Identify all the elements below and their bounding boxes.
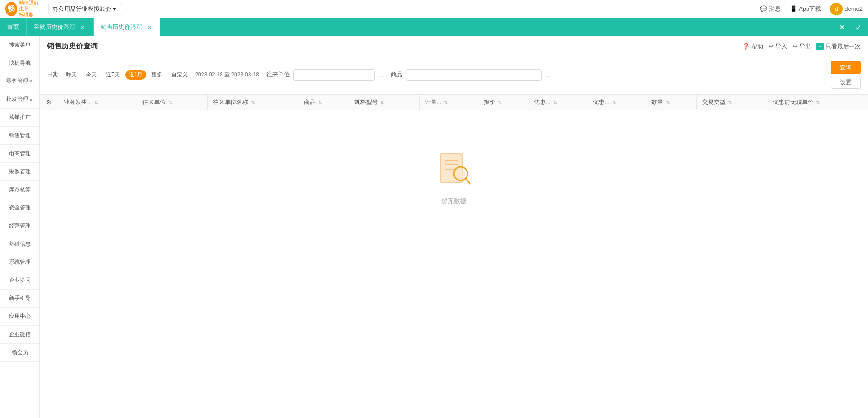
- page-title: 销售历史价查询: [47, 42, 98, 51]
- sidebar-label-inventory: 库存核算: [9, 186, 31, 194]
- sort-unit-icon: ⇅: [444, 100, 448, 105]
- tab-bar-actions: ✕ ⤢: [835, 21, 868, 33]
- sidebar-label-ecommerce: 电商管理: [9, 150, 31, 157]
- sidebar-item-retail-mgmt[interactable]: 零售管理 ▼: [0, 72, 39, 90]
- sidebar-item-marketing[interactable]: 营销推广: [0, 109, 39, 127]
- col-pre-discount-price[interactable]: 优惠前无税单价 ⇅: [767, 95, 868, 110]
- goods-input[interactable]: [406, 69, 542, 81]
- account-dropdown[interactable]: 办公用品行业模拟账套 ▾: [48, 3, 122, 15]
- col-spec[interactable]: 规格型号 ⇅: [349, 95, 419, 110]
- sort-trade-type-icon: ⇅: [728, 100, 731, 105]
- table-header-row: ⚙ 业务发生... ⇅ 往来单位 ⇅ 往来单位名称 ⇅: [40, 95, 868, 110]
- checkbox-icon: ✓: [816, 43, 824, 50]
- sidebar-item-operations[interactable]: 经营管理: [0, 217, 39, 235]
- date-option-1month[interactable]: 近1月: [125, 70, 146, 80]
- message-icon: 💬: [760, 5, 767, 12]
- col-discount1[interactable]: 优惠... ⇅: [528, 95, 587, 110]
- sidebar-item-purchase-mgmt[interactable]: 采购管理: [0, 163, 39, 181]
- date-option-yesterday[interactable]: 昨天: [62, 70, 80, 80]
- query-button[interactable]: 查询: [831, 61, 861, 74]
- table-container: ⚙ 业务发生... ⇅ 往来单位 ⇅ 往来单位名称 ⇅: [40, 95, 868, 418]
- user-avatar-btn[interactable]: d demo2: [830, 3, 863, 15]
- svg-line-5: [465, 178, 470, 184]
- empty-state: 暂无数据: [40, 110, 868, 242]
- sidebar-label-new-guide: 新手引导: [9, 294, 31, 302]
- import-btn[interactable]: ↩ 导入: [769, 43, 787, 51]
- sidebar-label-enterprise-collab: 企业协同: [9, 276, 31, 284]
- col-quote[interactable]: 报价 ⇅: [478, 95, 528, 110]
- sidebar-item-finance[interactable]: 资金管理: [0, 199, 39, 217]
- sidebar-label-search-menu: 搜索菜单: [9, 41, 31, 49]
- date-option-today[interactable]: 今天: [82, 70, 100, 80]
- sort-discount2-icon: ⇅: [612, 100, 616, 105]
- retail-mgmt-arrow-icon: ▼: [29, 79, 33, 84]
- export-btn[interactable]: ↪ 导出: [793, 43, 811, 51]
- counterparty-label: 往来单位: [266, 71, 290, 79]
- col-settings[interactable]: ⚙: [40, 95, 58, 110]
- sidebar-item-quick-nav[interactable]: 快捷导航: [0, 54, 39, 72]
- sidebar-item-enterprise-wechat[interactable]: 企业微信: [0, 326, 39, 344]
- sidebar-item-sales-mgmt[interactable]: 销售管理: [0, 127, 39, 145]
- filter-actions: 查询 设置: [831, 61, 861, 89]
- logo: 畅 畅捷通好生意 标准版: [5, 0, 44, 18]
- sidebar-item-wholesale-mgmt[interactable]: 批发管理 ▲: [0, 90, 39, 109]
- counterparty-dots[interactable]: ...: [378, 71, 383, 78]
- col-biz-date[interactable]: 业务发生... ⇅: [58, 95, 137, 110]
- col-quantity[interactable]: 数量 ⇅: [646, 95, 696, 110]
- content-area: 销售历史价查询 ❓ 帮助 ↩ 导入 ↪ 导出 ✓: [40, 36, 868, 418]
- sidebar-item-enterprise-collab[interactable]: 企业协同: [0, 271, 39, 290]
- settings-button[interactable]: 设置: [831, 76, 861, 89]
- fullscreen-btn[interactable]: ⤢: [852, 21, 864, 33]
- sidebar-label-marketing: 营销推广: [9, 114, 31, 121]
- tab-purchase-history[interactable]: 采购历史价跟踪 ✕: [27, 18, 94, 36]
- close-all-tabs-btn[interactable]: ✕: [835, 21, 848, 33]
- sidebar-label-finance: 资金管理: [9, 204, 31, 212]
- message-btn[interactable]: 💬 消息: [760, 5, 781, 13]
- sidebar-item-member[interactable]: 畅会员: [0, 344, 39, 362]
- top-bar: 畅 畅捷通好生意 标准版 办公用品行业模拟账套 ▾ 💬 消息 📱 App下载 d…: [0, 0, 868, 18]
- sort-biz-date-icon: ⇅: [94, 100, 98, 105]
- col-counterparty[interactable]: 往来单位 ⇅: [137, 95, 208, 110]
- sidebar-item-system[interactable]: 系统管理: [0, 253, 39, 271]
- sidebar-label-app-center: 应用中心: [9, 313, 31, 320]
- date-range-text: 2023-02-18 至 2023-03-18: [195, 71, 259, 79]
- sidebar-item-inventory[interactable]: 库存核算: [0, 181, 39, 199]
- col-goods[interactable]: 商品 ⇅: [298, 95, 349, 110]
- main-layout: 搜索菜单 快捷导航 零售管理 ▼ 批发管理 ▲ 营销推广 销售管理 电商管理 采…: [0, 36, 868, 418]
- sidebar: 搜索菜单 快捷导航 零售管理 ▼ 批发管理 ▲ 营销推广 销售管理 电商管理 采…: [0, 36, 40, 418]
- sidebar-item-basic-info[interactable]: 基础信息: [0, 235, 39, 253]
- col-trade-type[interactable]: 交易类型 ⇅: [696, 95, 767, 110]
- counterparty-filter-group: 往来单位 ...: [266, 69, 383, 81]
- sidebar-item-search-menu[interactable]: 搜索菜单: [0, 36, 39, 54]
- sort-quote-icon: ⇅: [498, 100, 501, 105]
- sidebar-item-app-center[interactable]: 应用中心: [0, 308, 39, 326]
- tab-sales-history[interactable]: 销售历史价跟踪 ✕: [94, 18, 160, 36]
- sidebar-item-ecommerce[interactable]: 电商管理: [0, 145, 39, 163]
- filter-area: 日期 昨天 今天 近7天 近1月 更多 自定义 2023-02-18 至 202…: [40, 55, 868, 95]
- export-icon: ↪: [793, 43, 797, 50]
- close-purchase-tab-btn[interactable]: ✕: [79, 24, 86, 31]
- sidebar-label-purchase-mgmt: 采购管理: [9, 168, 31, 176]
- sidebar-item-new-guide[interactable]: 新手引导: [0, 290, 39, 308]
- date-option-more[interactable]: 更多: [148, 70, 166, 80]
- date-option-custom[interactable]: 自定义: [168, 70, 191, 80]
- date-option-7days[interactable]: 近7天: [102, 70, 123, 80]
- logo-text: 畅捷通好生意 标准版: [19, 0, 44, 18]
- only-last-checkbox[interactable]: ✓ 只看最后一次: [816, 43, 861, 51]
- app-download-icon: 📱: [790, 5, 797, 12]
- help-btn[interactable]: ❓ 帮助: [742, 43, 763, 51]
- goods-dots[interactable]: ...: [545, 71, 550, 78]
- sidebar-label-quick-nav: 快捷导航: [9, 59, 31, 67]
- counterparty-input[interactable]: [293, 69, 375, 81]
- top-bar-right: 💬 消息 📱 App下载 d demo2: [760, 3, 863, 15]
- import-icon: ↩: [769, 43, 774, 50]
- close-sales-tab-btn[interactable]: ✕: [146, 24, 153, 31]
- col-unit[interactable]: 计量... ⇅: [419, 95, 478, 110]
- svg-rect-0: [440, 153, 463, 183]
- col-counterparty-name[interactable]: 往来单位名称 ⇅: [208, 95, 298, 110]
- tab-home[interactable]: 首页: [0, 18, 27, 36]
- app-download-btn[interactable]: 📱 App下载: [790, 5, 821, 13]
- sort-quantity-icon: ⇅: [666, 100, 670, 105]
- col-discount2[interactable]: 优惠... ⇅: [587, 95, 646, 110]
- empty-text: 暂无数据: [441, 197, 467, 205]
